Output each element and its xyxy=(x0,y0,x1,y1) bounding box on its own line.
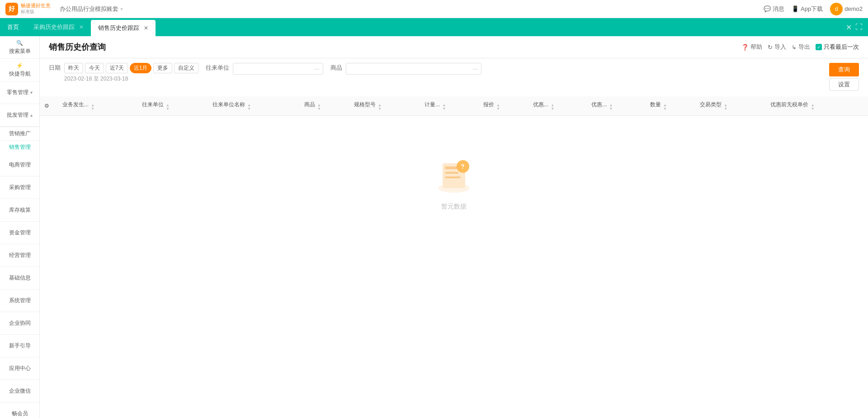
sort-icon-4: ▲▼ xyxy=(317,104,321,111)
sidebar-item-member[interactable]: 畅会员 xyxy=(0,403,39,418)
goods-input[interactable]: ··· xyxy=(346,63,481,75)
sidebar-item-search[interactable]: 🔍 搜索菜单 xyxy=(0,36,39,59)
page-title: 销售历史价查询 xyxy=(49,42,106,52)
sort-icon-7: ▲▼ xyxy=(496,104,500,111)
filter-row: 日期 昨天 今天 近7天 近1月 更多 自定义 2023-02-18 至 202… xyxy=(40,58,868,96)
date-btn-1month[interactable]: 近1月 xyxy=(130,63,152,73)
help-action[interactable]: ❓ 帮助 xyxy=(741,43,762,51)
date-filter-label: 日期 xyxy=(49,64,61,72)
tab-sales-history[interactable]: 销售历史价跟踪 ✕ xyxy=(91,20,156,36)
main-layout: 🔍 搜索菜单 ⚡ 快捷导航 零售管理 ▾ 批发管理 ▴ 营销推广 销售管理 电商… xyxy=(0,36,868,418)
export-action[interactable]: ↳ 导出 xyxy=(792,43,810,51)
partner-input[interactable]: ··· xyxy=(233,63,323,75)
sidebar-item-wholesale[interactable]: 批发管理 ▴ xyxy=(0,104,39,127)
sidebar-enterprise-label: 企业协同 xyxy=(9,319,31,327)
sort-icon-9: ▲▼ xyxy=(609,104,613,111)
empty-icon: ? xyxy=(431,152,476,197)
col-gear[interactable]: ⚙ xyxy=(40,96,58,116)
col-qty[interactable]: 数量 ▲▼ xyxy=(646,96,695,116)
tab-maximize-icon[interactable]: ⛶ xyxy=(855,23,863,31)
help-icon: ❓ xyxy=(741,44,749,51)
sidebar-search-label: 搜索菜单 xyxy=(9,48,31,55)
sidebar-item-retail[interactable]: 零售管理 ▾ xyxy=(0,81,39,104)
col-price[interactable]: 报价 ▲▼ xyxy=(479,96,528,116)
content: 销售历史价查询 ❓ 帮助 ↻ 导入 ↳ 导出 xyxy=(40,36,868,418)
goods-filter-group: 商品 ··· xyxy=(330,63,481,75)
sidebar-item-enterprise[interactable]: 企业协同 xyxy=(0,312,39,335)
table-header-row: ⚙ 业务发生... ▲▼ 往来单位 ▲▼ 往来单位名称 ▲▼ xyxy=(40,96,868,116)
sidebar-item-wechat[interactable]: 企业微信 xyxy=(0,380,39,403)
sidebar-item-operations[interactable]: 经营管理 xyxy=(0,244,39,267)
gear-icon: ⚙ xyxy=(44,103,49,109)
sidebar-item-app-center[interactable]: 应用中心 xyxy=(0,357,39,380)
date-btn-row: 昨天 今天 近7天 近1月 更多 自定义 xyxy=(64,63,198,73)
col-pretax-price[interactable]: 优惠前无税单价 ▲▼ xyxy=(766,96,868,116)
user-action[interactable]: d demo2 xyxy=(830,3,863,15)
sort-icon-12: ▲▼ xyxy=(811,104,815,111)
date-btn-more[interactable]: 更多 xyxy=(153,63,172,73)
logo-icon: 好 xyxy=(5,3,18,15)
sort-icon-2: ▲▼ xyxy=(166,104,170,111)
only-last-checkbox[interactable]: ✓ xyxy=(816,44,822,50)
col-biz-date-label: 业务发生... xyxy=(62,101,89,108)
col-unit[interactable]: 计量... ▲▼ xyxy=(420,96,478,116)
sidebar-item-sales[interactable]: 销售管理 xyxy=(0,140,39,154)
tab-purchase-label: 采购历史价跟踪 xyxy=(33,23,75,31)
sidebar-wechat-label: 企业微信 xyxy=(9,387,31,395)
tab-home[interactable]: 首页 xyxy=(0,18,26,36)
col-spec[interactable]: 规格型号 ▲▼ xyxy=(349,96,420,116)
settings-button[interactable]: 设置 xyxy=(829,78,859,91)
only-last-checkbox-area[interactable]: ✓ 只看最后一次 xyxy=(816,43,859,51)
message-action[interactable]: 💬 消息 xyxy=(764,5,784,13)
download-action[interactable]: 📱 App下载 xyxy=(792,5,823,13)
empty-state: ? 暂元数据 xyxy=(40,116,868,247)
import-label: 导入 xyxy=(774,43,786,51)
page-header: 销售历史价查询 ❓ 帮助 ↻ 导入 ↳ 导出 xyxy=(40,36,868,58)
chevron-up-icon: ▴ xyxy=(30,113,33,118)
tab-purchase-close-icon[interactable]: ✕ xyxy=(79,24,84,30)
col-partner-code[interactable]: 往来单位 ▲▼ xyxy=(137,96,208,116)
help-label: 帮助 xyxy=(750,43,762,51)
sidebar-item-newbie[interactable]: 新手引导 xyxy=(0,335,39,357)
col-trade-type[interactable]: 交易类型 ▲▼ xyxy=(695,96,766,116)
col-partner-name[interactable]: 往来单位名称 ▲▼ xyxy=(208,96,300,116)
col-partner-code-label: 往来单位 xyxy=(142,101,164,108)
avatar: d xyxy=(830,3,843,15)
sort-icon-3: ▲▼ xyxy=(247,104,251,111)
goods-input-dots: ··· xyxy=(472,65,478,72)
sidebar-item-basic[interactable]: 基础信息 xyxy=(0,267,39,290)
page-header-actions: ❓ 帮助 ↻ 导入 ↳ 导出 ✓ 只看最后一 xyxy=(741,43,859,51)
col-goods[interactable]: 商品 ▲▼ xyxy=(300,96,349,116)
date-btn-7days[interactable]: 近7天 xyxy=(106,63,128,73)
date-btn-today[interactable]: 今天 xyxy=(85,63,104,73)
sidebar-item-ecommerce[interactable]: 电商管理 xyxy=(0,154,39,176)
svg-text:?: ? xyxy=(461,163,465,170)
sidebar-inventory-label: 库存核算 xyxy=(9,206,31,214)
tab-sales-close-icon[interactable]: ✕ xyxy=(144,25,148,31)
date-btn-yesterday[interactable]: 昨天 xyxy=(64,63,83,73)
breadcrumb-dropdown-icon[interactable]: ▾ xyxy=(120,6,123,12)
sidebar-item-purchase[interactable]: 采购管理 xyxy=(0,176,39,199)
sidebar-item-inventory[interactable]: 库存核算 xyxy=(0,199,39,222)
col-biz-date[interactable]: 业务发生... ▲▼ xyxy=(58,96,137,116)
sidebar-item-marketing[interactable]: 营销推广 xyxy=(0,127,39,140)
query-button[interactable]: 查询 xyxy=(829,63,859,76)
sidebar-item-finance[interactable]: 资金管理 xyxy=(0,222,39,244)
sidebar-system-label: 系统管理 xyxy=(9,297,31,304)
date-btn-custom[interactable]: 自定义 xyxy=(174,63,198,73)
col-discount1[interactable]: 优惠... ▲▼ xyxy=(528,96,587,116)
sidebar-item-shortcut[interactable]: ⚡ 快捷导航 xyxy=(0,59,39,81)
import-action[interactable]: ↻ 导入 xyxy=(768,43,786,51)
chevron-down-icon: ▾ xyxy=(30,90,33,95)
tab-sales-label: 销售历史价跟踪 xyxy=(98,24,139,32)
checkbox-check-icon: ✓ xyxy=(817,45,821,50)
sidebar-ecommerce-label: 电商管理 xyxy=(9,161,31,169)
col-spec-label: 规格型号 xyxy=(354,101,376,108)
sidebar-basic-label: 基础信息 xyxy=(9,274,31,282)
sidebar-item-system[interactable]: 系统管理 xyxy=(0,290,39,312)
tab-purchase-history[interactable]: 采购历史价跟踪 ✕ xyxy=(26,18,91,36)
col-discount2[interactable]: 优惠... ▲▼ xyxy=(587,96,645,116)
tab-close-all-icon[interactable]: ✕ xyxy=(846,23,852,32)
sidebar-member-label: 畅会员 xyxy=(12,410,28,418)
export-icon: ↳ xyxy=(792,44,797,51)
